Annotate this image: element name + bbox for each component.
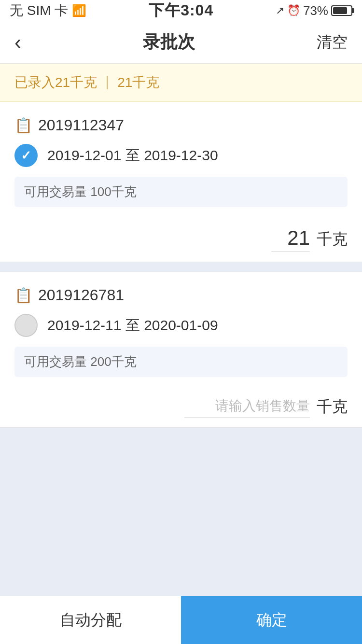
batch2-radio[interactable] [14, 314, 38, 337]
battery-percent: 73% [303, 3, 328, 18]
section-divider-1 [0, 262, 362, 272]
batch2-header: 📋 2019126781 [0, 272, 362, 309]
batch2-icon: 📋 [14, 287, 32, 304]
confirm-label: 确定 [256, 610, 287, 631]
summary-label: 已录入21千克 [14, 73, 97, 92]
wifi-icon: 📶 [72, 4, 86, 17]
summary-bar: 已录入21千克 21千克 [0, 64, 362, 102]
batch2-available: 可用交易量 200千克 [14, 347, 348, 377]
confirm-button[interactable]: 确定 [181, 596, 362, 644]
batch1-available: 可用交易量 100千克 [14, 177, 348, 207]
batch2-qty-row: 请输入销售数量 千克 [0, 387, 362, 428]
batch2-qty-unit: 千克 [317, 396, 348, 418]
status-right: ↗ ⏰ 73% [276, 3, 352, 18]
batch2-id: 2019126781 [38, 286, 124, 304]
batch1-icon: 📋 [14, 117, 32, 134]
back-button[interactable]: ‹ [14, 32, 21, 53]
batch1-qty-unit: 千克 [317, 229, 348, 250]
batch1-qty-row: 21 千克 [0, 217, 362, 262]
auto-distribute-button[interactable]: 自动分配 [0, 596, 181, 644]
status-left: 无 SIM 卡 📶 [10, 1, 86, 20]
batch2-date-row[interactable]: 2019-12-11 至 2020-01-09 [0, 309, 362, 342]
sim-text: 无 SIM 卡 [10, 1, 68, 20]
batch1-check-icon: ✓ [21, 148, 31, 163]
location-icon: ↗ [276, 4, 284, 17]
battery-icon [331, 5, 352, 16]
batch1-id: 2019112347 [38, 116, 124, 134]
batch-item-2: 📋 2019126781 2019-12-11 至 2020-01-09 可用交… [0, 272, 362, 428]
alarm-icon: ⏰ [287, 4, 300, 17]
batch1-radio[interactable]: ✓ [14, 144, 38, 167]
summary-divider [107, 76, 108, 89]
batch-item-1: 📋 2019112347 ✓ 2019-12-01 至 2019-12-30 可… [0, 102, 362, 262]
batch1-header: 📋 2019112347 [0, 102, 362, 139]
clear-button[interactable]: 清空 [317, 32, 348, 53]
batch2-dates: 2019-12-11 至 2020-01-09 [47, 316, 218, 336]
batch1-dates: 2019-12-01 至 2019-12-30 [47, 146, 218, 166]
batch1-qty-value[interactable]: 21 [271, 226, 310, 252]
nav-bar: ‹ 录批次 清空 [0, 21, 362, 64]
summary-value: 21千克 [117, 73, 159, 92]
batch2-qty-placeholder[interactable]: 请输入销售数量 [184, 397, 310, 418]
status-time: 下午3:04 [149, 0, 213, 21]
bottom-bar: 自动分配 确定 [0, 596, 362, 644]
page-title: 录批次 [143, 30, 195, 54]
batch1-date-row[interactable]: ✓ 2019-12-01 至 2019-12-30 [0, 139, 362, 172]
status-bar: 无 SIM 卡 📶 下午3:04 ↗ ⏰ 73% [0, 0, 362, 21]
auto-distribute-label: 自动分配 [60, 610, 122, 631]
